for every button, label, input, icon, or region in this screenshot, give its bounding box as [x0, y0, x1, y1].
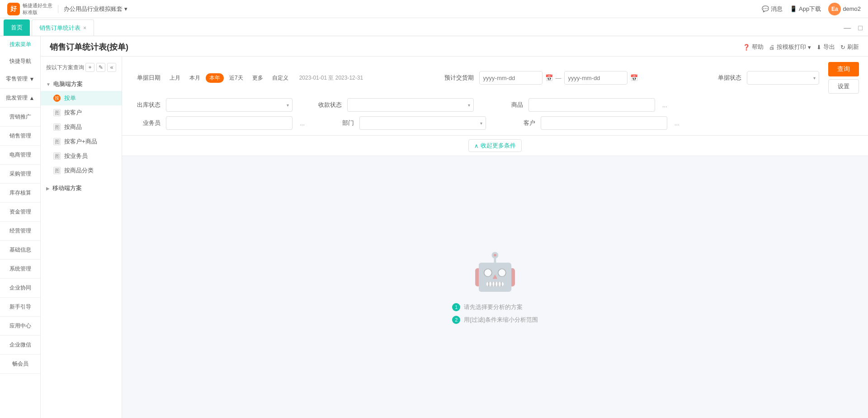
customer-ellipsis[interactable]: ...: [675, 120, 679, 127]
dept-label: 部门: [325, 119, 354, 127]
collapse-filter-button[interactable]: ∧ 收起更多条件: [468, 139, 522, 152]
expected-date-start-input[interactable]: [479, 71, 542, 85]
date-custom-btn[interactable]: 自定义: [269, 73, 292, 83]
customer-input[interactable]: [541, 116, 667, 130]
scheme-action-buttons: + ✎ «: [85, 63, 116, 72]
print-arrow-icon: ▾: [808, 44, 811, 51]
ship-select[interactable]: [166, 98, 292, 112]
goods-input[interactable]: [528, 98, 655, 112]
topbar: 好 畅捷通好生意 标准版 办公用品行业模拟账套 ▾ 💬 消息 📱 App下载 E…: [0, 0, 868, 18]
scheme-item-by-order[interactable]: 按 按单: [41, 91, 122, 105]
minimize-icon[interactable]: —: [842, 22, 853, 34]
page-actions: ❓ 帮助 🖨 按模板打印 ▾ ⬇ 导出 ↻ 刷新: [743, 43, 859, 51]
phone-icon: 📱: [790, 5, 797, 12]
sidebar-item-marketing[interactable]: 营销推广: [0, 108, 40, 127]
sidebar: 搜索菜单 快捷导航 零售管理 ▼ 批发管理 ▲ 营销推广 销售管理 电商管理 采…: [0, 36, 41, 418]
date-prev-month-btn[interactable]: 上月: [166, 73, 184, 83]
scheme-item-icon-customer: 图: [53, 109, 61, 116]
logo-area: 好 畅捷通好生意 标准版: [7, 2, 52, 15]
sidebar-nav-shortcuts[interactable]: 快捷导航: [0, 53, 40, 70]
help-button[interactable]: ❓ 帮助: [743, 43, 764, 51]
scheme-collapse-button[interactable]: «: [107, 63, 116, 72]
salesman-label: 业务员: [131, 119, 160, 127]
scheme-item-by-goods[interactable]: 图 按商品: [41, 120, 122, 134]
sidebar-item-wechat[interactable]: 企业微信: [0, 336, 40, 355]
scheme-pc-group-header[interactable]: ▼ 电脑端方案: [41, 77, 122, 91]
sidebar-item-finance[interactable]: 资金管理: [0, 203, 40, 222]
settings-button[interactable]: 设置: [828, 79, 859, 94]
receive-label: 收款状态: [312, 101, 342, 109]
scheme-item-by-salesman[interactable]: 图 按业务员: [41, 149, 122, 163]
scheme-item-by-customer[interactable]: 图 按客户: [41, 105, 122, 120]
pc-group-arrow-icon: ▼: [46, 82, 51, 87]
salesman-ellipsis[interactable]: ...: [300, 120, 305, 127]
print-button[interactable]: 🖨 按模板打印 ▾: [769, 43, 811, 51]
date-range-display: 2023-01-01 至 2023-12-31: [299, 74, 363, 82]
filter-row-1: 单据日期 上月 本月 本年 近7天 更多 自定义 2023-01-01 至 20…: [131, 62, 859, 94]
date-dash: —: [556, 75, 561, 81]
scheme-panel-title: 按以下方案查询: [46, 64, 84, 71]
tab-window-controls: — □: [842, 22, 864, 36]
sidebar-item-enterprise[interactable]: 企业协同: [0, 279, 40, 298]
sidebar-item-appcenter[interactable]: 应用中心: [0, 317, 40, 336]
sidebar-item-system[interactable]: 系统管理: [0, 260, 40, 279]
status-label: 单据状态: [712, 74, 741, 82]
sidebar-item-sales[interactable]: 销售管理: [0, 127, 40, 146]
tab-home[interactable]: 首页: [4, 19, 30, 36]
sidebar-search[interactable]: 搜索菜单: [0, 36, 40, 53]
query-button[interactable]: 查询: [828, 62, 859, 76]
calendar-start-icon[interactable]: 📅: [545, 74, 553, 81]
tab-sales-stats[interactable]: 销售订单统计表 ×: [32, 19, 94, 36]
workspace-selector[interactable]: 办公用品行业模拟账套 ▾: [58, 5, 127, 13]
expected-date-end-input[interactable]: [564, 71, 627, 85]
workspace-label: 办公用品行业模拟账套: [64, 5, 123, 13]
empty-hint-1: 1 请先选择要分析的方案: [452, 303, 538, 311]
sidebar-item-newbie[interactable]: 新手引导: [0, 298, 40, 317]
app-download-button[interactable]: 📱 App下载: [790, 5, 821, 13]
date-this-year-btn[interactable]: 本年: [206, 73, 224, 83]
scheme-item-by-customer-goods[interactable]: 图 按客户+商品: [41, 134, 122, 149]
calendar-end-icon[interactable]: 📅: [630, 74, 638, 81]
customer-label: 客户: [506, 119, 535, 127]
salesman-input[interactable]: [166, 116, 292, 130]
wholesale-arrow-icon: ▲: [29, 95, 35, 101]
export-button[interactable]: ⬇ 导出: [816, 43, 835, 51]
goods-ellipsis[interactable]: ...: [662, 102, 667, 109]
logo-icon: 好: [7, 3, 20, 15]
scheme-mobile-group-header[interactable]: ▶ 移动端方案: [41, 181, 122, 195]
receive-select[interactable]: [347, 98, 474, 112]
date-more-btn[interactable]: 更多: [249, 73, 267, 83]
sidebar-item-wholesale[interactable]: 批发管理 ▲: [0, 89, 40, 108]
dept-select[interactable]: [359, 116, 486, 130]
sidebar-item-basic[interactable]: 基础信息: [0, 241, 40, 260]
refresh-button[interactable]: ↻ 刷新: [840, 43, 859, 51]
scheme-item-by-category[interactable]: 图 按商品分类: [41, 163, 122, 178]
data-area: 🤖 1 请先选择要分析的方案 2 用[过滤]条件来缩小分析范围: [122, 156, 868, 418]
scheme-item-icon-category: 图: [53, 167, 61, 174]
status-select[interactable]: [747, 71, 819, 85]
scheme-add-button[interactable]: +: [85, 63, 94, 72]
scheme-edit-button[interactable]: ✎: [96, 63, 105, 72]
sidebar-item-operations[interactable]: 经营管理: [0, 222, 40, 241]
collapse-button-wrap: ∧ 收起更多条件: [122, 136, 868, 156]
sidebar-item-retail[interactable]: 零售管理 ▼: [0, 70, 40, 89]
pc-group-label: 电脑端方案: [53, 80, 83, 88]
date-this-month-btn[interactable]: 本月: [186, 73, 204, 83]
scheme-item-icon-order: 按: [53, 95, 61, 102]
ship-select-wrap: ▾: [166, 98, 292, 112]
sidebar-item-ecommerce[interactable]: 电商管理: [0, 146, 40, 165]
scheme-panel: 按以下方案查询 + ✎ « ▼ 电脑端方案 按 按单: [41, 57, 122, 418]
scheme-item-icon-goods: 图: [53, 124, 61, 131]
filter-row-2: 出库状态 ▾ 收款状态 ▾ 商品: [131, 98, 859, 112]
sidebar-item-purchase[interactable]: 采购管理: [0, 165, 40, 184]
user-menu[interactable]: Ea demo2: [828, 3, 861, 15]
date-7days-btn[interactable]: 近7天: [226, 73, 247, 83]
sidebar-item-inventory[interactable]: 库存核算: [0, 184, 40, 203]
page-header: 销售订单统计表(按单) ❓ 帮助 🖨 按模板打印 ▾ ⬇ 导出 ↻ 刷新: [41, 36, 868, 57]
refresh-icon: ↻: [840, 44, 845, 51]
maximize-icon[interactable]: □: [856, 22, 864, 34]
tab-close-icon[interactable]: ×: [83, 25, 86, 31]
ship-label: 出库状态: [131, 101, 160, 109]
sidebar-item-member[interactable]: 畅会员: [0, 355, 40, 374]
message-button[interactable]: 💬 消息: [762, 5, 783, 13]
